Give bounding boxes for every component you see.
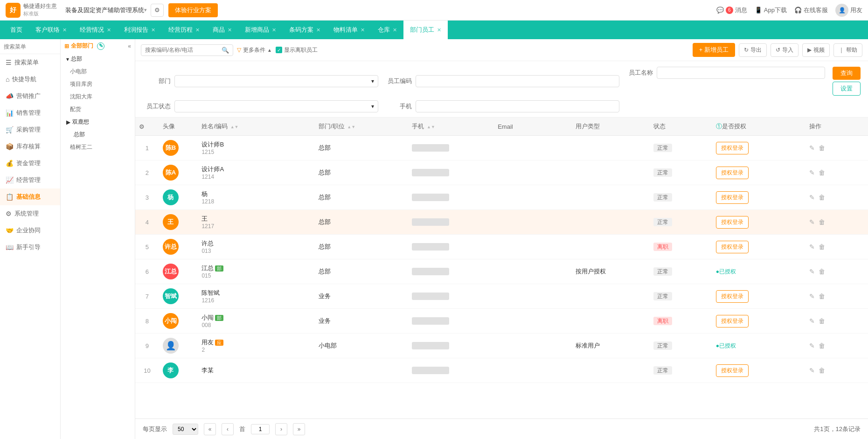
app-download-btn[interactable]: 📱 App下载 <box>755 6 787 14</box>
dept-group-head[interactable]: 总部 <box>61 128 135 141</box>
search-input[interactable] <box>145 47 220 53</box>
import-button[interactable]: ↺ 导入 <box>771 43 799 57</box>
delete-icon[interactable]: 🗑 <box>819 293 825 300</box>
dept-item-peihuo[interactable]: 配货 <box>61 103 135 116</box>
delete-icon[interactable]: 🗑 <box>819 194 825 201</box>
last-page-btn[interactable]: » <box>293 423 305 435</box>
dept-item-plant-tree[interactable]: 植树王二 <box>61 141 135 153</box>
delete-icon[interactable]: 🗑 <box>819 218 825 226</box>
edit-icon[interactable]: ✎ <box>809 194 815 201</box>
close-icon[interactable]: ✕ <box>228 27 232 33</box>
phone-input[interactable] <box>416 100 619 112</box>
dept-filter-select[interactable]: ▾ <box>174 75 378 87</box>
nav-item-home[interactable]: 首页 <box>4 21 29 39</box>
nav-item-profit[interactable]: 利润报告 ✕ <box>118 21 162 39</box>
sidebar-item-search[interactable]: ☰ 搜索菜单 <box>0 54 60 71</box>
auth-login-btn[interactable]: 授权登录 <box>716 290 749 303</box>
nav-item-operation[interactable]: 经营情况 ✕ <box>73 21 118 39</box>
sidebar-item-system[interactable]: ⚙ 系统管理 <box>0 205 60 222</box>
dept-item-project-storage[interactable]: 项目库房 <box>61 78 135 91</box>
dept-item-shenyang[interactable]: 沈阳大库 <box>61 91 135 103</box>
emp-status-select[interactable]: ▾ <box>174 100 378 112</box>
auth-login-btn[interactable]: 授权登录 <box>716 167 749 179</box>
col-phone[interactable]: 手机 ▲▼ <box>408 118 494 136</box>
sidebar-item-inventory[interactable]: 📦 库存核算 <box>0 138 60 155</box>
trial-button[interactable]: 体验行业方案 <box>168 3 218 17</box>
dept-edit-icon[interactable]: ✎ <box>97 42 104 50</box>
sidebar-search-input[interactable] <box>4 43 61 50</box>
nav-item-bom[interactable]: 物料清单 ✕ <box>327 21 371 39</box>
edit-icon[interactable]: ✎ <box>809 367 815 374</box>
first-page-btn[interactable]: « <box>204 423 216 435</box>
edit-icon[interactable]: ✎ <box>809 169 815 176</box>
auth-login-btn[interactable]: 授权登录 <box>716 364 749 377</box>
delete-icon[interactable]: 🗑 <box>819 268 825 275</box>
sidebar-item-basic-info[interactable]: 📋 基础信息 <box>0 188 60 205</box>
dept-sort-icon[interactable]: ▲▼ <box>347 125 355 129</box>
col-settings[interactable]: ⚙ <box>135 118 159 136</box>
close-icon[interactable]: ✕ <box>272 27 276 33</box>
user-area[interactable]: 👤 用友 <box>835 4 862 17</box>
emp-name-input[interactable] <box>657 67 825 79</box>
message-btn[interactable]: 💬 6 消息 <box>716 6 747 14</box>
close-icon[interactable]: ✕ <box>62 27 67 33</box>
page-size-select[interactable]: 50 20 100 <box>173 424 198 435</box>
col-name[interactable]: 姓名/编码 ▲▼ <box>198 118 315 136</box>
delete-icon[interactable]: 🗑 <box>819 367 825 374</box>
show-disabled-checkbox[interactable]: ✓ 显示离职员工 <box>276 46 318 54</box>
sidebar-item-marketing[interactable]: 📣 营销推广 <box>0 88 60 105</box>
edit-icon[interactable]: ✎ <box>809 342 815 349</box>
sidebar-item-business[interactable]: 📈 经营管理 <box>0 172 60 188</box>
close-icon[interactable]: ✕ <box>437 27 441 33</box>
page-input[interactable] <box>251 424 270 434</box>
close-icon[interactable]: ✕ <box>393 27 397 33</box>
delete-icon[interactable]: 🗑 <box>819 169 825 176</box>
auth-login-btn[interactable]: 授权登录 <box>716 142 749 154</box>
auth-login-btn[interactable]: 授权登录 <box>716 191 749 204</box>
next-page-btn[interactable]: › <box>275 423 287 435</box>
edit-icon[interactable]: ✎ <box>809 243 815 251</box>
sidebar-item-quicknav[interactable]: ⌂ 快捷导航 <box>0 71 60 88</box>
sidebar-item-guide[interactable]: 📖 新手引导 <box>0 239 60 256</box>
edit-icon[interactable]: ✎ <box>809 293 815 300</box>
auth-login-btn[interactable]: 授权登录 <box>716 315 749 328</box>
delete-icon[interactable]: 🗑 <box>819 243 825 251</box>
nav-item-warehouse[interactable]: 仓库 ✕ <box>371 21 403 39</box>
delete-icon[interactable]: 🗑 <box>819 144 825 152</box>
auth-login-btn[interactable]: 授权登录 <box>716 216 749 229</box>
auth-info-icon[interactable]: ① <box>716 123 722 130</box>
nav-item-history[interactable]: 经营历程 ✕ <box>162 21 206 39</box>
edit-icon[interactable]: ✎ <box>809 268 815 275</box>
edit-icon[interactable]: ✎ <box>809 218 815 226</box>
prev-page-btn[interactable]: ‹ <box>222 423 234 435</box>
nav-item-customer[interactable]: 客户联络 ✕ <box>29 21 73 39</box>
phone-sort-icon[interactable]: ▲▼ <box>427 125 435 129</box>
online-service-btn[interactable]: 🎧 在线客服 <box>794 6 828 14</box>
auth-login-btn[interactable]: 授权登录 <box>716 241 749 253</box>
dept-collapse-icon[interactable]: « <box>128 43 131 49</box>
more-filter-btn[interactable]: ▽ 更多条件 ▲ <box>237 46 272 54</box>
export-button[interactable]: ↻ 导出 <box>739 43 767 57</box>
name-sort-icon[interactable]: ▲▼ <box>230 125 239 129</box>
close-icon[interactable]: ✕ <box>361 27 365 33</box>
set-button[interactable]: 设置 <box>833 82 861 96</box>
delete-icon[interactable]: 🗑 <box>819 317 825 325</box>
sidebar-item-sales[interactable]: 📊 销售管理 <box>0 105 60 121</box>
dept-group-general[interactable]: ▾ 总部 <box>61 53 135 65</box>
nav-item-new-goods[interactable]: 新增商品 ✕ <box>238 21 283 39</box>
help-button[interactable]: ｜ 帮助 <box>833 43 862 57</box>
add-employee-button[interactable]: + 新增员工 <box>693 43 735 57</box>
search-button[interactable]: 查询 <box>833 67 861 80</box>
sidebar-item-collab[interactable]: 🤝 企业协同 <box>0 222 60 239</box>
close-icon[interactable]: ✕ <box>107 27 111 33</box>
sidebar-item-finance[interactable]: 💰 资金管理 <box>0 155 60 172</box>
close-icon[interactable]: ✕ <box>195 27 200 33</box>
delete-icon[interactable]: 🗑 <box>819 342 825 349</box>
dept-item-xiao-dian[interactable]: 小电部 <box>61 65 135 78</box>
emp-code-input[interactable] <box>416 75 619 87</box>
gear-button[interactable]: ⚙ <box>151 4 164 17</box>
sidebar-item-purchase[interactable]: 🛒 采购管理 <box>0 121 60 138</box>
col-dept[interactable]: 部门/职位 ▲▼ <box>315 118 408 136</box>
close-icon[interactable]: ✕ <box>316 27 320 33</box>
nav-item-goods[interactable]: 商品 ✕ <box>206 21 238 39</box>
